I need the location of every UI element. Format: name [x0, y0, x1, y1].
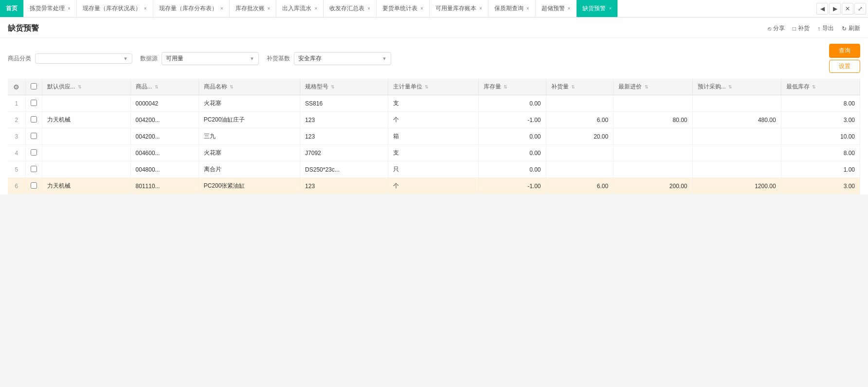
filter-actions: 查询 设置: [829, 44, 860, 73]
row-checkbox[interactable]: [31, 133, 37, 139]
row-number: 5: [8, 161, 25, 178]
sort-product-name-icon[interactable]: ⇅: [230, 85, 234, 89]
select-all-checkbox[interactable]: [31, 83, 37, 89]
row-number: 2: [8, 112, 25, 128]
row-stock: 0.00: [478, 128, 546, 145]
row-checkbox-cell[interactable]: [25, 178, 42, 194]
row-product-code: 004600...: [130, 145, 199, 161]
tab-inventory-dist-label: 现存量（库存分布表）: [159, 4, 217, 13]
tab-expiry-query[interactable]: 保质期查询 ×: [488, 0, 536, 17]
category-filter-group: 商品分类 ▼: [8, 53, 132, 64]
nav-prev-button[interactable]: ◀: [816, 3, 828, 15]
replenish-basis-select[interactable]: 安全库存 ▼: [294, 52, 391, 65]
datasource-dropdown-icon: ▼: [250, 56, 254, 61]
col-replenish-qty-label: 补货量: [551, 83, 569, 90]
replenish-button[interactable]: □ 补货: [793, 24, 810, 33]
sort-default-supplier-icon[interactable]: ⇅: [78, 85, 82, 89]
tab-pick-exception-label: 拣货异常处理: [30, 4, 65, 13]
row-checkbox[interactable]: [31, 182, 37, 189]
row-checkbox-cell[interactable]: [25, 128, 42, 145]
row-default-supplier: [42, 128, 130, 145]
refresh-label: 刷新: [849, 24, 860, 33]
refresh-button[interactable]: ↻ 刷新: [842, 24, 860, 33]
tab-inventory-dist-close[interactable]: ×: [220, 6, 223, 11]
col-latest-price-label: 最新进价: [618, 83, 642, 90]
table-header-row: ⚙ 默认供应... ⇅ 商品... ⇅ 商品名称 ⇅: [8, 79, 860, 95]
tab-inventory-status-close[interactable]: ×: [144, 6, 147, 11]
row-stock: 0.00: [478, 161, 546, 178]
tab-batch-account[interactable]: 库存批次账 ×: [230, 0, 277, 17]
tab-pick-exception[interactable]: 拣货异常处理 ×: [24, 0, 77, 17]
tab-pick-exception-close[interactable]: ×: [68, 6, 71, 11]
tab-in-out-flow-close[interactable]: ×: [314, 6, 317, 11]
tab-receive-summary-close[interactable]: ×: [367, 6, 370, 11]
row-default-supplier: 力天机械: [42, 112, 130, 128]
replenish-basis-label: 补货基数: [267, 54, 290, 63]
category-select[interactable]: ▼: [35, 53, 132, 64]
tab-in-out-flow[interactable]: 出入库流水 ×: [276, 0, 324, 17]
row-estimated-purchase: [692, 95, 781, 112]
row-replenish-qty: 6.00: [546, 112, 614, 128]
col-min-stock: 最低库存 ⇅: [781, 79, 860, 95]
tab-overstock-warning[interactable]: 超储预警 ×: [536, 0, 577, 17]
tab-batch-account-label: 库存批次账: [235, 4, 265, 13]
page-container: 缺货预警 ⎋ 分享 □ 补货 ↑ 导出 ↻ 刷新 商品分类: [0, 18, 868, 194]
tab-shortage-warning-close[interactable]: ×: [609, 6, 612, 11]
tab-available-ledger-close[interactable]: ×: [479, 6, 482, 11]
tab-inventory-dist[interactable]: 现存量（库存分布表） ×: [153, 0, 230, 17]
row-latest-price: [614, 161, 692, 178]
tab-order-stats[interactable]: 要货单统计表 ×: [377, 0, 430, 17]
col-product-code-label: 商品...: [136, 83, 152, 90]
row-checkbox-cell[interactable]: [25, 145, 42, 161]
nav-next-button[interactable]: ▶: [829, 3, 841, 15]
tab-overstock-warning-close[interactable]: ×: [568, 6, 571, 11]
tab-home[interactable]: 首页: [0, 0, 24, 17]
row-checkbox[interactable]: [31, 100, 37, 106]
datasource-select-value: 可用量: [166, 54, 183, 63]
gear-icon[interactable]: ⚙: [13, 83, 19, 91]
datasource-select[interactable]: 可用量 ▼: [162, 52, 259, 65]
settings-button[interactable]: 设置: [829, 60, 860, 73]
sort-latest-price-icon[interactable]: ⇅: [645, 85, 649, 89]
row-product-code: 801110...: [130, 178, 199, 194]
share-button[interactable]: ⎋ 分享: [768, 24, 785, 33]
nav-close-button[interactable]: ✕: [842, 3, 853, 15]
row-default-supplier: [42, 161, 130, 178]
query-button[interactable]: 查询: [829, 44, 860, 58]
tab-available-ledger[interactable]: 可用量库存账本 ×: [430, 0, 488, 17]
export-button[interactable]: ↑ 导出: [817, 24, 834, 33]
replenish-label: 补货: [798, 24, 810, 33]
tab-batch-account-close[interactable]: ×: [268, 6, 271, 11]
table-container: ⚙ 默认供应... ⇅ 商品... ⇅ 商品名称 ⇅: [0, 79, 868, 194]
row-checkbox[interactable]: [31, 116, 37, 123]
row-checkbox-cell[interactable]: [25, 161, 42, 178]
tab-expiry-query-close[interactable]: ×: [526, 6, 529, 11]
sort-unit-icon[interactable]: ⇅: [425, 85, 429, 89]
sort-product-code-icon[interactable]: ⇅: [155, 85, 159, 89]
checkbox-header[interactable]: [25, 79, 42, 95]
sort-estimated-purchase-icon[interactable]: ⇅: [728, 85, 732, 89]
tab-receive-summary[interactable]: 收发存汇总表 ×: [324, 0, 377, 17]
col-latest-price: 最新进价 ⇅: [614, 79, 692, 95]
row-spec: 123: [300, 178, 388, 194]
row-checkbox-cell[interactable]: [25, 112, 42, 128]
row-min-stock: 8.00: [781, 145, 860, 161]
sort-replenish-qty-icon[interactable]: ⇅: [571, 85, 575, 89]
sort-min-stock-icon[interactable]: ⇅: [812, 85, 816, 89]
tab-order-stats-close[interactable]: ×: [420, 6, 423, 11]
row-product-name: 三九: [199, 128, 300, 145]
row-unit: 只: [388, 161, 478, 178]
row-spec: J7092: [300, 145, 388, 161]
sort-stock-icon[interactable]: ⇅: [504, 85, 507, 89]
tab-inventory-status[interactable]: 现存量（库存状况表） ×: [77, 0, 153, 17]
tab-shortage-warning[interactable]: 缺货预警 ×: [577, 0, 618, 17]
row-checkbox-cell[interactable]: [25, 95, 42, 112]
gear-header[interactable]: ⚙: [8, 79, 25, 95]
sort-spec-icon[interactable]: ⇅: [331, 85, 335, 89]
row-checkbox[interactable]: [31, 166, 37, 172]
row-estimated-purchase: 1200.00: [692, 178, 781, 194]
row-checkbox[interactable]: [31, 149, 37, 156]
row-unit: 个: [388, 112, 478, 128]
export-icon: ↑: [817, 25, 820, 32]
nav-fullscreen-button[interactable]: ⤢: [854, 3, 866, 15]
